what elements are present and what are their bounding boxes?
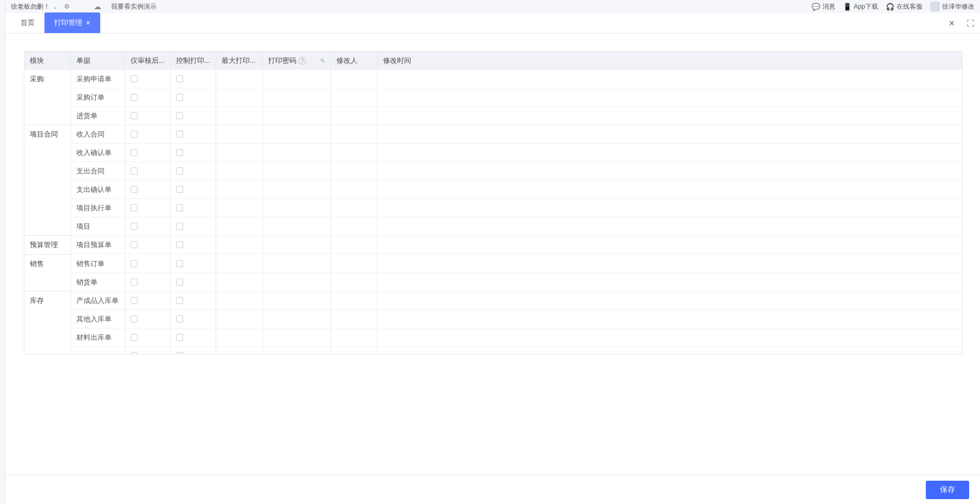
messages-link[interactable]: 💬 消息: [812, 2, 835, 11]
cell-password: [263, 347, 331, 354]
cell-after-audit: [125, 199, 171, 217]
close-all-button[interactable]: ✕: [945, 17, 958, 30]
table-row: 项目预算单: [71, 236, 962, 254]
cell-password: [263, 199, 331, 217]
checkbox-control[interactable]: [176, 204, 183, 211]
cell-control: [171, 70, 216, 88]
tab-bar: 首页 打印管理 ✕ ✕ ⛶: [5, 13, 980, 34]
table-row: 项目: [71, 217, 962, 236]
cell-password: [263, 88, 331, 106]
messages-label: 消息: [822, 2, 835, 11]
checkbox-after-audit[interactable]: [131, 186, 138, 193]
checkbox-control[interactable]: [176, 167, 183, 175]
print-settings-table: 模块 单据 仅审核后... 控制打印... 最大打印... 打印密码 ? ✎ 修…: [24, 51, 963, 354]
cell-control: [171, 162, 216, 180]
demo-link[interactable]: 我要看实例演示: [111, 2, 157, 11]
tab-home[interactable]: 首页: [11, 12, 44, 33]
checkbox-control[interactable]: [176, 149, 183, 156]
fullscreen-button[interactable]: ⛶: [964, 17, 977, 30]
cell-doc: 销货单: [71, 273, 125, 291]
table-row: [71, 347, 962, 354]
cell-after-audit: [125, 70, 171, 88]
checkbox-control[interactable]: [176, 297, 183, 304]
cell-modifier: [331, 199, 378, 217]
checkbox-after-audit[interactable]: [131, 75, 138, 82]
checkbox-control[interactable]: [176, 186, 183, 193]
checkbox-control[interactable]: [176, 334, 183, 341]
cell-after-audit: [125, 125, 171, 143]
app-download-link[interactable]: 📱 App下载: [843, 2, 878, 11]
cell-control: [171, 236, 216, 254]
checkbox-control[interactable]: [176, 112, 183, 119]
checkbox-after-audit[interactable]: [131, 297, 138, 304]
checkbox-control[interactable]: [176, 94, 183, 101]
cell-after-audit: [125, 144, 171, 161]
company-selector[interactable]: 徐老板勿删！ ⌄: [11, 2, 57, 11]
th-control: 控制打印...: [171, 51, 216, 70]
cell-control: [171, 180, 216, 198]
checkbox-after-audit[interactable]: [131, 204, 138, 211]
footer-bar: 保存: [5, 475, 980, 504]
checkbox-control[interactable]: [176, 241, 183, 248]
table-row: 材料出库单: [71, 328, 962, 347]
checkbox-after-audit[interactable]: [131, 112, 138, 119]
cell-modifier: [331, 273, 378, 291]
cell-password: [263, 328, 331, 346]
edit-column-icon[interactable]: ✎: [320, 57, 325, 64]
sidebar-strip: [0, 0, 5, 504]
checkbox-after-audit[interactable]: [131, 315, 138, 322]
gear-icon[interactable]: ⚙: [64, 3, 70, 10]
checkbox-after-audit[interactable]: [131, 167, 138, 175]
table-row: 销售订单: [71, 255, 962, 273]
cell-max: [216, 144, 263, 161]
group-rows: 收入合同收入确认单支出合同支出确认单项目执行单项目: [71, 125, 962, 236]
close-icon[interactable]: ✕: [86, 20, 90, 27]
checkbox-after-audit[interactable]: [131, 352, 138, 354]
checkbox-control[interactable]: [176, 75, 183, 82]
cell-modifier: [331, 217, 378, 235]
checkbox-after-audit[interactable]: [131, 94, 138, 101]
group-label: 项目合同: [24, 125, 71, 236]
cell-after-audit: [125, 217, 171, 235]
cell-modified-at: [378, 347, 962, 354]
checkbox-after-audit[interactable]: [131, 241, 138, 248]
checkbox-control[interactable]: [176, 352, 183, 354]
cell-doc: 支出合同: [71, 162, 125, 180]
tab-home-label: 首页: [21, 18, 35, 28]
checkbox-after-audit[interactable]: [131, 279, 138, 286]
app-label: App下载: [854, 2, 878, 11]
save-button[interactable]: 保存: [926, 481, 969, 499]
checkbox-control[interactable]: [176, 131, 183, 138]
cell-modifier: [331, 292, 378, 309]
cell-modifier: [331, 180, 378, 198]
checkbox-after-audit[interactable]: [131, 149, 138, 156]
support-link[interactable]: 🎧 在线客服: [886, 2, 923, 11]
checkbox-after-audit[interactable]: [131, 260, 138, 267]
help-icon[interactable]: ?: [298, 57, 306, 64]
tab-print-management[interactable]: 打印管理 ✕: [44, 12, 100, 33]
cell-modified-at: [378, 180, 962, 198]
group-rows: 项目预算单: [71, 236, 962, 255]
cell-max: [216, 310, 263, 328]
checkbox-control[interactable]: [176, 315, 183, 322]
checkbox-control[interactable]: [176, 223, 183, 230]
cell-password: [263, 180, 331, 198]
table-row: 采购申请单: [71, 70, 962, 88]
checkbox-control[interactable]: [176, 260, 183, 267]
cell-doc: 材料出库单: [71, 328, 125, 346]
checkbox-after-audit[interactable]: [131, 223, 138, 230]
checkbox-control[interactable]: [176, 279, 183, 286]
company-name: 徐老板勿删！: [11, 2, 50, 11]
cell-after-audit: [125, 236, 171, 254]
checkbox-after-audit[interactable]: [131, 334, 138, 341]
user-menu[interactable]: 徐泽华修改: [930, 2, 975, 11]
cell-max: [216, 236, 263, 254]
checkbox-after-audit[interactable]: [131, 131, 138, 138]
message-icon: 💬: [812, 3, 820, 11]
cell-password: [263, 144, 331, 161]
cell-after-audit: [125, 88, 171, 106]
cell-modifier: [331, 107, 378, 125]
cell-max: [216, 199, 263, 217]
cell-doc: 进货单: [71, 107, 125, 125]
cell-modified-at: [378, 273, 962, 291]
